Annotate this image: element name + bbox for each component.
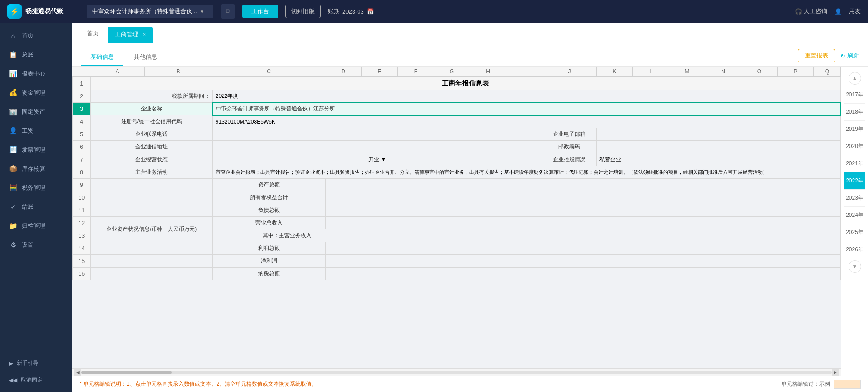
asset-icon: 🏢 bbox=[9, 108, 17, 116]
sidebar-item-unpin-label: 取消固定 bbox=[21, 376, 42, 384]
sheet-table: 1 工商年报信息表 2 税款所属期间： 2022年度 bbox=[72, 77, 841, 280]
col-header-M: M bbox=[669, 67, 705, 76]
sidebar-item-ledger[interactable]: 📋总账 bbox=[0, 45, 72, 64]
address-value[interactable] bbox=[212, 141, 542, 153]
h-scroll-left-arrow[interactable]: ◀ bbox=[74, 369, 81, 376]
sidebar-item-checkout[interactable]: ✓结账 bbox=[0, 197, 72, 216]
year-item-2022[interactable]: 2022年 bbox=[844, 172, 865, 190]
copy-button[interactable]: ⧉ bbox=[221, 4, 235, 19]
logo-text: 畅捷通易代账 bbox=[25, 7, 63, 15]
r16-empty bbox=[90, 268, 212, 280]
sidebar-item-unpin[interactable]: ◀◀ 取消固定 bbox=[0, 372, 72, 388]
r10-empty bbox=[90, 191, 212, 204]
tab-active[interactable]: 工商管理 × bbox=[108, 27, 153, 43]
refresh-button[interactable]: ↻ 刷新 bbox=[840, 52, 859, 60]
sidebar-item-invoice[interactable]: 🧾发票管理 bbox=[0, 140, 72, 159]
company-selector[interactable]: 中审众环会计师事务所（特殊普通合伙... ▼ bbox=[87, 5, 213, 18]
equity-value[interactable] bbox=[326, 191, 840, 204]
sheet-title[interactable]: 工商年报信息表 bbox=[90, 77, 840, 90]
status-value[interactable]: 开业 ▼ bbox=[212, 153, 542, 166]
row-number: 2 bbox=[73, 90, 91, 103]
workbench-button[interactable]: 工作台 bbox=[242, 5, 278, 18]
tax-total-value[interactable] bbox=[326, 268, 840, 280]
col-header-B: B bbox=[145, 67, 212, 76]
logo-icon: ⚡ bbox=[7, 4, 22, 19]
sidebar-label-inventory: 库存核算 bbox=[22, 165, 45, 173]
year-item-2025[interactable]: 2025年 bbox=[844, 224, 865, 241]
col-header-Q: Q bbox=[814, 67, 841, 76]
postal-value[interactable] bbox=[596, 141, 840, 153]
sheet-body[interactable]: 1 工商年报信息表 2 税款所属期间： 2022年度 bbox=[72, 77, 841, 368]
report-icon: 📊 bbox=[9, 70, 17, 78]
h-scroll-right-arrow[interactable]: ▶ bbox=[832, 369, 839, 376]
unpin-icon: ◀◀ bbox=[9, 377, 17, 383]
row-number: 7 bbox=[73, 153, 91, 166]
top-header: ⚡ 畅捷通易代账 中审众环会计师事务所（特殊普通合伙... ▼ ⧉ 工作台 切到… bbox=[0, 0, 868, 23]
r9-empty bbox=[90, 179, 212, 191]
year-item-2023[interactable]: 2023年 bbox=[844, 190, 865, 207]
revenue-total-value[interactable] bbox=[326, 217, 840, 229]
sidebar-item-report[interactable]: 📊报表中心 bbox=[0, 64, 72, 83]
reg-code-value[interactable]: 91320100MA208E5W6K bbox=[212, 115, 840, 128]
horizontal-scrollbar[interactable]: ◀ ▶ bbox=[72, 368, 841, 376]
tab-home[interactable]: 首页 bbox=[80, 25, 106, 43]
year-item-2021[interactable]: 2021年 bbox=[844, 155, 865, 172]
sidebar-label-checkout: 结账 bbox=[22, 203, 33, 211]
email-value[interactable] bbox=[596, 128, 840, 141]
sidebar-item-salary[interactable]: 👤工资 bbox=[0, 121, 72, 140]
sidebar-item-home[interactable]: ⌂首页 bbox=[0, 26, 72, 45]
assets-value[interactable] bbox=[326, 179, 840, 191]
year-panel-bottom: ▼ bbox=[849, 258, 861, 275]
sub-tab-basic[interactable]: 基础信息 bbox=[81, 49, 123, 66]
col-header-L: L bbox=[633, 67, 669, 76]
profit-label: 利润总额 bbox=[212, 242, 326, 255]
reset-button[interactable]: 重置报表 bbox=[798, 49, 835, 62]
sub-tab-right: 重置报表 ↻ 刷新 bbox=[798, 49, 859, 66]
year-panel-top: ▲ bbox=[849, 70, 861, 86]
year-items-container: 2017年2018年2019年2020年2021年2022年2023年2024年… bbox=[844, 86, 865, 258]
sub-tab-other[interactable]: 其他信息 bbox=[125, 49, 166, 66]
year-item-2024[interactable]: 2024年 bbox=[844, 207, 865, 224]
support-button[interactable]: 🎧 人工咨询 bbox=[795, 7, 827, 15]
sidebar-item-guide[interactable]: ▶ 新手引导 bbox=[0, 355, 72, 372]
year-nav-up[interactable]: ▲ bbox=[849, 72, 861, 85]
tax-total-label: 纳税总额 bbox=[212, 268, 326, 280]
h-scroll-thumb[interactable] bbox=[81, 371, 172, 374]
year-item-2018[interactable]: 2018年 bbox=[844, 104, 865, 121]
year-item-2020[interactable]: 2020年 bbox=[844, 138, 865, 155]
user-name: 用友 bbox=[849, 7, 861, 15]
col-header-F: F bbox=[398, 67, 434, 76]
year-item-2017[interactable]: 2017年 bbox=[844, 86, 865, 104]
year-item-2019[interactable]: 2019年 bbox=[844, 121, 865, 138]
phone-value[interactable] bbox=[212, 128, 542, 141]
business-value[interactable]: 审查企业会计报表；出具审计报告；验证企业资本；出具验资报告；办理企业合开、分立、… bbox=[212, 166, 840, 179]
table-row: 4 注册号/统一社会信用代码 91320100MA208E5W6K bbox=[73, 115, 841, 128]
net-profit-value[interactable] bbox=[326, 255, 840, 268]
holding-value[interactable]: 私营企业 bbox=[596, 153, 840, 166]
sidebar-item-settings[interactable]: ⚙设置 bbox=[0, 235, 72, 254]
profit-value[interactable] bbox=[326, 242, 840, 255]
main-revenue-value[interactable] bbox=[362, 229, 840, 242]
r14-empty bbox=[90, 242, 212, 255]
sidebar-item-inventory[interactable]: 📦库存核算 bbox=[0, 159, 72, 178]
sidebar-item-tax[interactable]: 🧮税务管理 bbox=[0, 178, 72, 197]
company-dropdown-arrow: ▼ bbox=[200, 9, 204, 14]
table-row: 10 所有者权益合计 bbox=[73, 191, 841, 204]
sidebar-item-fund[interactable]: 💰资金管理 bbox=[0, 83, 72, 102]
sidebar-item-archive[interactable]: 📁归档管理 bbox=[0, 216, 72, 235]
year-nav-down[interactable]: ▼ bbox=[849, 260, 861, 273]
old-version-button[interactable]: 切到旧版 bbox=[285, 5, 321, 18]
col-header-G: G bbox=[434, 67, 470, 76]
salary-icon: 👤 bbox=[9, 127, 17, 135]
company-name-value[interactable]: 中审众环会计师事务所（特殊普通合伙）江苏分所 bbox=[212, 103, 840, 115]
year-item-2026[interactable]: 2026年 bbox=[844, 241, 865, 258]
sheet-main: A B C D E F G H I J K L M N O bbox=[72, 67, 841, 376]
calendar-icon[interactable]: 📅 bbox=[367, 8, 374, 15]
table-row: 6 企业通信地址 邮政编码 bbox=[73, 141, 841, 153]
tab-close-icon[interactable]: × bbox=[143, 32, 146, 37]
sidebar-item-asset[interactable]: 🏢固定资产 bbox=[0, 102, 72, 121]
year-panel: ▲ 2017年2018年2019年2020年2021年2022年2023年202… bbox=[841, 67, 868, 376]
sidebar-label-asset: 固定资产 bbox=[22, 108, 45, 116]
debt-value[interactable] bbox=[326, 204, 840, 217]
period-value-cell[interactable]: 2022年度 bbox=[212, 90, 840, 103]
